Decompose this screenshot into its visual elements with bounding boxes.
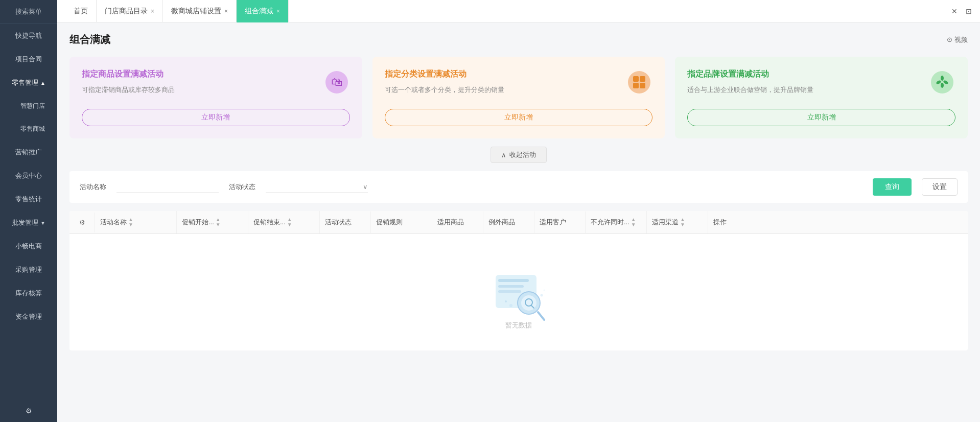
query-button[interactable]: 查询 — [873, 178, 912, 196]
close-window-icon[interactable]: ✕ — [949, 6, 960, 16]
video-button[interactable]: ⊙ 视频 — [947, 35, 968, 44]
svg-rect-10 — [498, 285, 524, 288]
sidebar-item-quick-nav[interactable]: 快捷导航 — [0, 24, 57, 48]
sidebar-item-label: 资金管理 — [15, 312, 42, 321]
sidebar-item-retail-mgmt[interactable]: 零售管理 ▲ — [0, 71, 57, 95]
collapse-bar: ∧ 收起活动 — [69, 147, 968, 163]
settings-button[interactable]: 设置 — [922, 178, 958, 196]
sidebar-item-marketing[interactable]: 营销推广 — [0, 140, 57, 164]
sidebar-item-label: 项目合同 — [15, 55, 42, 64]
sidebar-item-smart-store[interactable]: 智慧门店 — [0, 95, 57, 118]
tab-wechat-settings[interactable]: 微商城店铺设置 × — [163, 0, 237, 22]
brand-card-add-button[interactable]: 立即新增 — [687, 109, 955, 126]
filter-name-input[interactable] — [116, 181, 219, 193]
svg-line-14 — [538, 312, 544, 320]
promo-cards-row: 指定商品设置满减活动 🛍 可指定滞销商品或库存较多商品 立即新增 指定分类设置满… — [69, 57, 968, 138]
svg-rect-2 — [633, 83, 639, 88]
close-tab-store-catalog[interactable]: × — [151, 8, 154, 15]
sort-icon: ▲▼ — [680, 217, 685, 227]
product-card-icon: 🛍 — [325, 71, 348, 93]
product-card-add-button[interactable]: 立即新增 — [82, 109, 350, 126]
svg-point-6 — [943, 80, 949, 85]
product-promo-card: 指定商品设置满减活动 🛍 可指定滞销商品或库存较多商品 立即新增 — [69, 57, 362, 138]
svg-point-5 — [936, 80, 942, 85]
filter-status-label: 活动状态 — [229, 182, 255, 192]
empty-text: 暂无数据 — [505, 321, 532, 330]
th-customer: 适用客户 — [534, 212, 586, 233]
svg-point-17 — [509, 304, 512, 307]
tab-combo-discount[interactable]: 组合满减 × — [237, 0, 289, 22]
sidebar-item-wholesale-mgmt[interactable]: 批发管理 ▼ — [0, 211, 57, 235]
th-status: 活动状态 — [320, 212, 371, 233]
svg-point-4 — [941, 76, 944, 81]
sidebar-item-fund-mgmt[interactable]: 资金管理 — [0, 305, 57, 329]
chevron-down-icon: ▼ — [40, 220, 45, 226]
sidebar-item-purchase-mgmt[interactable]: 采购管理 — [0, 258, 57, 282]
svg-rect-3 — [640, 83, 645, 88]
sort-icon: ▲▼ — [287, 217, 292, 227]
product-card-desc: 可指定滞销商品或库存较多商品 — [82, 85, 350, 101]
sidebar-item-label: 采购管理 — [15, 265, 42, 274]
svg-point-20 — [544, 290, 545, 291]
svg-rect-11 — [498, 290, 521, 293]
category-card-title: 指定分类设置满减活动 — [385, 69, 653, 80]
th-name[interactable]: 活动名称 ▲▼ — [95, 211, 177, 233]
sidebar-settings-btn[interactable]: ⚙ — [0, 400, 57, 422]
sidebar-search[interactable]: 搜索菜单 — [0, 0, 57, 24]
page-title: 组合满减 — [69, 33, 110, 46]
brand-card-desc: 适合与上游企业联合做营销，提升品牌销量 — [687, 85, 955, 101]
th-except: 例外商品 — [483, 212, 534, 233]
close-tab-wechat-settings[interactable]: × — [224, 8, 228, 15]
sidebar-item-label: 库存核算 — [15, 289, 42, 298]
expand-icon[interactable]: ⊡ — [964, 6, 974, 16]
th-settings[interactable]: ⚙ — [69, 213, 95, 232]
th-op: 操作 — [708, 212, 968, 233]
tab-store-catalog[interactable]: 门店商品目录 × — [97, 0, 163, 22]
tab-bar-controls: ✕ ⊡ — [949, 6, 974, 16]
table-header: ⚙ 活动名称 ▲▼ 促销开始... ▲▼ 促销结束... ▲▼ 活动状态 — [69, 211, 968, 234]
sidebar-item-retail-stats[interactable]: 零售统计 — [0, 187, 57, 211]
sidebar-item-label: 营销推广 — [15, 148, 42, 157]
chevron-up-icon: ▲ — [40, 80, 45, 86]
sort-icon: ▲▼ — [631, 217, 636, 227]
close-tab-combo-discount[interactable]: × — [276, 8, 280, 15]
chevron-down-icon: ∨ — [363, 183, 368, 191]
sidebar-item-project-contract[interactable]: 项目合同 — [0, 48, 57, 71]
category-promo-card: 指定分类设置满减活动 可选一个或者多个分类，提升分类的销量 立即新增 — [372, 57, 665, 138]
sidebar-item-label: 会员中心 — [15, 171, 42, 180]
th-end[interactable]: 促销结束... ▲▼ — [248, 211, 320, 233]
sort-icon: ▲▼ — [216, 217, 221, 227]
main-area: 首页 门店商品目录 × 微商城店铺设置 × 组合满减 × ✕ ⊡ 组合满减 ⊙ … — [57, 0, 980, 422]
brand-card-icon — [931, 71, 953, 93]
collapse-activities-button[interactable]: ∧ 收起活动 — [491, 147, 547, 163]
svg-point-19 — [541, 294, 543, 297]
gear-icon: ⚙ — [26, 407, 32, 415]
sidebar-item-label: 零售商城 — [20, 125, 45, 133]
sidebar-item-retail-mall[interactable]: 零售商城 — [0, 118, 57, 140]
sidebar-item-label: 批发管理 — [12, 218, 38, 227]
brand-promo-card: 指定品牌设置满减活动 适合与上游企业联合做营销，提升品牌销量 立即新增 — [675, 57, 968, 138]
svg-rect-0 — [633, 76, 639, 82]
svg-rect-9 — [498, 279, 529, 282]
sidebar-item-label: 小畅电商 — [15, 242, 42, 251]
sidebar: 搜索菜单 快捷导航 项目合同 零售管理 ▲ 智慧门店 零售商城 营销推广 会员中… — [0, 0, 57, 422]
page-content: 组合满减 ⊙ 视频 指定商品设置满减活动 🛍 可指定滞销商品或库存较多商品 立即… — [57, 22, 980, 422]
sidebar-item-member-center[interactable]: 会员中心 — [0, 164, 57, 187]
filter-row: 活动名称 活动状态 ∨ 查询 设置 — [69, 171, 968, 203]
th-rule: 促销规则 — [371, 212, 432, 233]
th-start[interactable]: 促销开始... ▲▼ — [177, 211, 248, 233]
sidebar-item-label: 快捷导航 — [15, 31, 42, 40]
tab-home[interactable]: 首页 — [65, 0, 97, 22]
tab-bar: 首页 门店商品目录 × 微商城店铺设置 × 组合满减 × ✕ ⊡ — [57, 0, 980, 22]
svg-point-7 — [941, 83, 944, 88]
sidebar-item-xiaochangec[interactable]: 小畅电商 — [0, 235, 57, 258]
filter-status-select[interactable]: ∨ — [266, 181, 368, 193]
sidebar-item-label: 零售管理 — [12, 78, 38, 87]
empty-illustration — [483, 265, 554, 321]
th-nosame[interactable]: 不允许同时... ▲▼ — [586, 211, 647, 233]
sidebar-item-inventory[interactable]: 库存核算 — [0, 282, 57, 305]
svg-rect-1 — [640, 76, 645, 82]
th-channel[interactable]: 适用渠道 ▲▼ — [647, 211, 708, 233]
play-icon: ⊙ — [947, 36, 952, 43]
category-card-add-button[interactable]: 立即新增 — [385, 109, 653, 126]
